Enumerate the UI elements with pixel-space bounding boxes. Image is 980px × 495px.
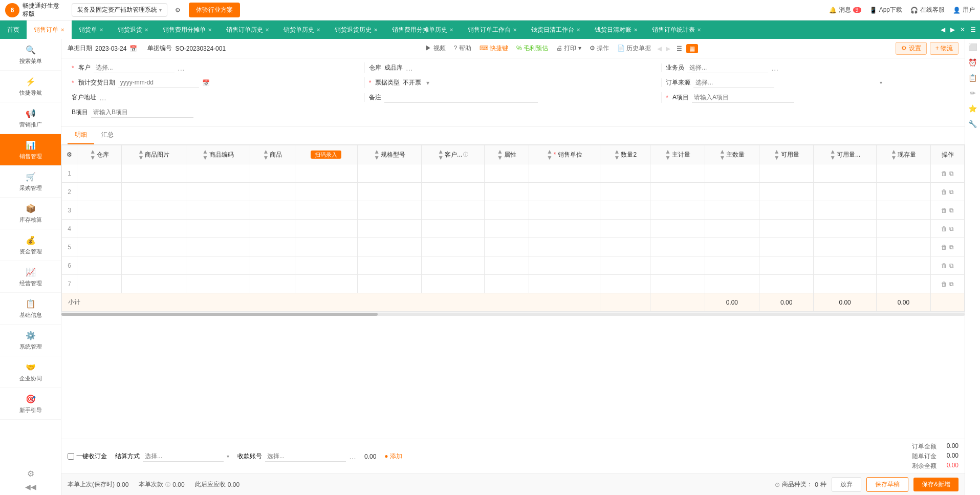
delete-icon[interactable]: 🗑 xyxy=(941,262,947,269)
close-icon[interactable]: ✕ xyxy=(697,27,701,33)
settings-button[interactable]: ⚙ 设置 xyxy=(896,42,926,55)
tab-detail[interactable]: 明细 xyxy=(68,126,94,144)
close-icon[interactable]: ✕ xyxy=(99,27,103,33)
video-button[interactable]: ▶ 视频 xyxy=(423,43,447,54)
copy-icon[interactable]: ⧉ xyxy=(949,225,954,232)
nav-right-arrow[interactable]: ▶ xyxy=(948,25,957,34)
nav-menu-icon[interactable]: ☰ xyxy=(968,25,978,34)
sidebar-item-marketing[interactable]: 📢 营销推广 xyxy=(0,102,61,134)
nav-left-arrow[interactable]: ◀ xyxy=(939,25,947,34)
nav-tab-sales-history[interactable]: 销售订单历史 ✕ xyxy=(219,20,276,39)
right-sidebar-btn-5[interactable]: ⭐ xyxy=(967,102,979,115)
nav-tab-return-history[interactable]: 销货退货历史 ✕ xyxy=(328,20,385,39)
th-code[interactable]: ▲▼商品编码 xyxy=(186,145,250,164)
nav-tab-invoice-history[interactable]: 销货单历史 ✕ xyxy=(276,20,328,39)
right-sidebar-btn-6[interactable]: 🔧 xyxy=(967,118,979,130)
calendar-icon[interactable]: 📅 xyxy=(129,45,137,52)
copy-icon[interactable]: ⧉ xyxy=(949,207,954,214)
th-main-qty[interactable]: ▲▼主数量 xyxy=(705,145,759,164)
sidebar-item-sales[interactable]: 📊 销售管理 xyxy=(0,134,61,166)
nav-tab-sales-fee[interactable]: 销售费用分摊单 ✕ xyxy=(156,20,219,39)
operation-button[interactable]: ⚙ 操作 xyxy=(587,43,611,54)
customer-expand-icon[interactable]: … xyxy=(178,64,185,72)
sidebar-item-purchase[interactable]: 🛒 采购管理 xyxy=(0,166,61,198)
copy-icon[interactable]: ⧉ xyxy=(949,262,954,269)
nav-tab-stats[interactable]: 销售订单统计表 ✕ xyxy=(645,20,708,39)
right-sidebar-btn-3[interactable]: 📋 xyxy=(967,72,979,84)
sidebar-item-navigation[interactable]: ⚡ 快捷导航 xyxy=(0,71,61,102)
discard-button[interactable]: 放弃 xyxy=(832,477,861,492)
sidebar-item-system[interactable]: ⚙️ 系统管理 xyxy=(0,325,61,356)
horizontal-scrollbar[interactable] xyxy=(61,312,965,316)
b-project-input[interactable] xyxy=(91,107,193,118)
industry-button[interactable]: 体验行业方案 xyxy=(189,3,240,17)
gear-icon[interactable]: ⚙ xyxy=(170,3,185,17)
th-attr[interactable]: ▲▼属性 xyxy=(484,145,529,164)
remark-input[interactable] xyxy=(384,92,538,103)
help-button[interactable]: ? 帮助 xyxy=(452,43,473,54)
nav-tab-sales-invoice[interactable]: 销货单 ✕ xyxy=(72,20,111,39)
th-available[interactable]: ▲▼可用量 xyxy=(759,145,814,164)
save-draft-button[interactable]: 保存草稿 xyxy=(866,477,908,492)
order-source-dropdown-icon[interactable]: ▾ xyxy=(880,80,882,85)
nav-tab-cash-workbench[interactable]: 钱货日清工作台 ✕ xyxy=(524,20,587,39)
nav-tab-cash-reconcile[interactable]: 钱货日清对账 ✕ xyxy=(587,20,645,39)
sidebar-item-operation[interactable]: 📈 经营管理 xyxy=(0,261,61,293)
right-sidebar-btn-1[interactable]: ⬜ xyxy=(967,41,979,53)
system-title[interactable]: 装备及固定资产辅助管理系统 ▾ xyxy=(72,3,167,17)
nav-tab-sales-order[interactable]: 销售订单 ✕ xyxy=(27,20,72,39)
th-available2[interactable]: ▲▼可用量... xyxy=(814,145,876,164)
th-warehouse[interactable]: ▲▼仓库 xyxy=(77,145,122,164)
user-menu[interactable]: 👤 用户 xyxy=(953,6,975,14)
copy-icon[interactable]: ⧉ xyxy=(949,244,954,251)
account-input[interactable] xyxy=(265,451,346,462)
delete-icon[interactable]: 🗑 xyxy=(941,207,947,214)
payment-method-input[interactable] xyxy=(143,451,224,462)
close-icon[interactable]: ✕ xyxy=(449,27,453,33)
logistics-button[interactable]: + 物流 xyxy=(930,42,959,55)
th-stock[interactable]: ▲▼现存量 xyxy=(876,145,930,164)
delete-icon[interactable]: 🗑 xyxy=(941,170,947,177)
salesperson-input[interactable] xyxy=(687,62,768,73)
account-expand-icon[interactable]: … xyxy=(349,453,356,461)
delete-icon[interactable]: 🗑 xyxy=(941,244,947,251)
salesperson-expand-icon[interactable]: … xyxy=(771,64,778,72)
payment-method-dropdown-icon[interactable]: ▾ xyxy=(227,454,229,459)
list-view-icon[interactable]: ☰ xyxy=(677,45,682,52)
grid-view-icon[interactable]: ▦ xyxy=(686,44,698,53)
shortcut-button[interactable]: ⌨ 快捷键 xyxy=(477,43,510,54)
close-icon[interactable]: ✕ xyxy=(316,27,320,33)
print-button[interactable]: 🖨 打印 ▾ xyxy=(554,43,583,54)
save-new-button[interactable]: 保存&新增 xyxy=(913,478,959,491)
sidebar-item-base[interactable]: 📋 基础信息 xyxy=(0,293,61,325)
th-main-unit[interactable]: ▲▼主计量 xyxy=(650,145,705,164)
close-icon[interactable]: ✕ xyxy=(144,27,148,33)
profit-button[interactable]: % 毛利预估 xyxy=(514,43,550,54)
add-button[interactable]: ● 添加 xyxy=(384,452,402,461)
th-setting[interactable]: ⚙ xyxy=(62,145,77,164)
close-icon[interactable]: ✕ xyxy=(634,27,638,33)
th-unit[interactable]: ▲▼*销售单位 xyxy=(529,145,600,164)
order-source-input[interactable] xyxy=(693,77,774,88)
history-button[interactable]: 📄 历史单据 xyxy=(615,43,653,54)
calendar2-icon[interactable]: 📅 xyxy=(202,79,210,87)
delete-icon[interactable]: 🗑 xyxy=(941,225,947,232)
a-project-input[interactable] xyxy=(692,92,794,103)
sidebar-item-search[interactable]: 🔍 搜索菜单 xyxy=(0,39,61,71)
sidebar-item-guide[interactable]: 🎯 新手引导 xyxy=(0,388,61,420)
tab-summary[interactable]: 汇总 xyxy=(94,126,121,144)
th-scan[interactable]: 扫码录入 xyxy=(295,145,357,164)
delete-icon[interactable]: 🗑 xyxy=(941,188,947,196)
sidebar-collapse-icon[interactable]: ◀◀ xyxy=(25,483,36,491)
th-spec[interactable]: ▲▼规格型号 xyxy=(358,145,422,164)
sidebar-item-enterprise[interactable]: 🤝 企业协同 xyxy=(0,356,61,388)
notification-button[interactable]: 🔔 消息 9 xyxy=(829,6,861,14)
copy-icon[interactable]: ⧉ xyxy=(949,281,954,288)
quick-order-check[interactable] xyxy=(68,453,74,460)
close-icon[interactable]: ✕ xyxy=(265,27,269,33)
sidebar-item-inventory[interactable]: 📦 库存核算 xyxy=(0,198,61,229)
th-image[interactable]: ▲▼商品图片 xyxy=(122,145,186,164)
nav-tab-sales-return[interactable]: 销货退货 ✕ xyxy=(111,20,156,39)
customer-addr-expand-icon[interactable]: … xyxy=(99,94,106,102)
copy-icon[interactable]: ⧉ xyxy=(949,188,954,196)
